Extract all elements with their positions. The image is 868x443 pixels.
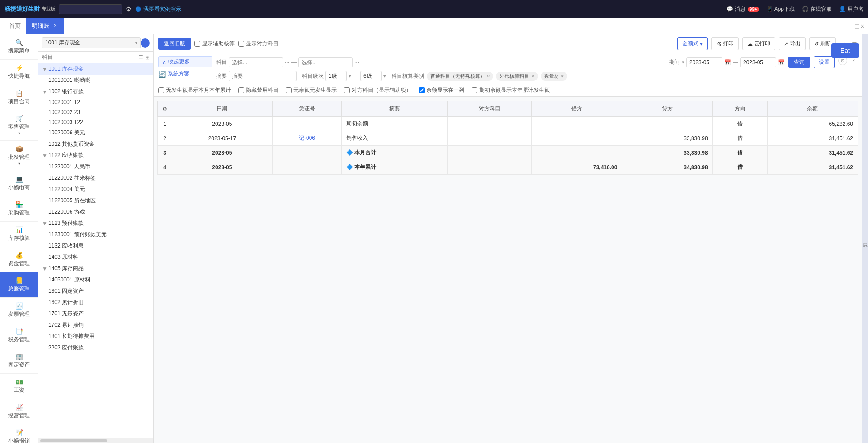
tree-hscroll[interactable]: [40, 439, 107, 442]
tree-item-10020001[interactable]: 10020001 12: [38, 97, 153, 107]
tree-item-1132[interactable]: 1132 应收利息: [38, 240, 153, 252]
sidebar-item-tax[interactable]: 📑 税务管理: [0, 323, 38, 348]
print-btn[interactable]: 🖨 打印: [711, 37, 739, 50]
message-btn[interactable]: 💬 消息 99+: [726, 5, 759, 13]
sidebar-item-salary[interactable]: 💵 工资: [0, 374, 38, 399]
tree-item-11230001[interactable]: 11230001 预付账款美元: [38, 229, 153, 240]
indent: [42, 130, 47, 136]
account-selector[interactable]: 1001 库存现金 ▾: [42, 37, 141, 48]
tab-close-icon[interactable]: ×: [52, 23, 58, 29]
cb-show-opposite[interactable]: 对方科目（显示辅助项）: [344, 86, 411, 94]
subject-input-start[interactable]: [229, 57, 283, 67]
tree-item-10010001[interactable]: 10010001 哟哟哟: [38, 75, 153, 86]
account-navigate-btn[interactable]: →: [141, 38, 150, 48]
window-close-icon[interactable]: ×: [861, 23, 864, 30]
query-btn[interactable]: 查询: [788, 57, 810, 68]
demo-link[interactable]: 🔵 我要看实例演示: [135, 5, 181, 13]
project-icon: 📋: [2, 90, 36, 97]
window-minimize-icon[interactable]: —: [847, 23, 853, 30]
tree-item-1012[interactable]: 1012 其他货币资金: [38, 138, 153, 150]
sidebar-item-assets[interactable]: 🏢 固定资产: [0, 348, 38, 374]
tree-item-1403[interactable]: 1403 原材料: [38, 252, 153, 263]
eat-floating-btn[interactable]: Eat: [831, 43, 859, 58]
voucher-link[interactable]: 记-006: [299, 135, 315, 141]
show-auxiliary-checkbox[interactable]: 显示辅助核算: [194, 40, 235, 48]
period-end-input[interactable]: [740, 57, 776, 67]
row-debit: 73,416.00: [532, 160, 622, 175]
format-btn[interactable]: 金额式 ▾: [677, 37, 708, 50]
tree-collapse-icon[interactable]: ⊞: [145, 54, 150, 61]
sidebar-item-invoice[interactable]: 🧾 发票管理: [0, 298, 38, 323]
cb-hide-disabled[interactable]: 隐藏禁用科目: [238, 86, 278, 94]
level-dash: —: [353, 73, 359, 79]
sidebar-item-report[interactable]: 📝 小畅报销: [0, 424, 38, 443]
tree-item-11220006[interactable]: 11220006 游戏: [38, 206, 153, 218]
cb-no-occurrence[interactable]: 无发生额显示本月本年累计: [158, 86, 231, 94]
sidebar-item-purchase[interactable]: 🏪 采购管理: [0, 196, 38, 222]
sidebar-item-search[interactable]: 🔍 搜索菜单: [0, 34, 38, 60]
tree-item-1405[interactable]: ▼ 1405 库存商品: [38, 263, 153, 274]
type-tag-foreign-remove[interactable]: ×: [531, 73, 534, 79]
app-download-btn[interactable]: 📱 App下载: [766, 5, 795, 13]
sidebar-item-inventory[interactable]: 📊 库存核算: [0, 222, 38, 247]
tree-item-1702[interactable]: 1702 累计摊销: [38, 319, 153, 331]
tree-item-1801[interactable]: 1801 长期待摊费用: [38, 331, 153, 342]
tree-list-icon[interactable]: ☰: [138, 54, 143, 61]
sidebar-item-accounting[interactable]: 📒 总账管理: [0, 272, 38, 298]
period-label: 期间: [669, 58, 680, 66]
sidebar-item-retail[interactable]: 🛒 零售管理 ▾: [0, 110, 38, 141]
summary-input[interactable]: [229, 71, 297, 81]
tree-item-1701[interactable]: 1701 无形资产: [38, 308, 153, 319]
table-area: ⚙ 日期 凭证号 摘要 对方科目 借方 贷方 方向 余额: [154, 97, 862, 443]
sidebar-item-wholesale[interactable]: 📦 批发管理 ▾: [0, 141, 38, 171]
tree-item-1001[interactable]: ▼ 1001 库存现金: [38, 63, 153, 75]
level-arrow-icon: ▾: [349, 73, 351, 79]
cb-balance-one-col[interactable]: 余额显示在一列: [419, 86, 464, 94]
right-expand-panel[interactable]: 展: [862, 34, 868, 443]
sidebar-item-shortcut[interactable]: ⚡ 快捷导航: [0, 60, 38, 85]
type-tag-quantity-remove[interactable]: ▾: [561, 73, 564, 79]
tree-item-10020003[interactable]: 10020003 122: [38, 117, 153, 127]
export-btn[interactable]: ↗ 导出: [779, 37, 806, 50]
sidebar-item-ecommerce[interactable]: 💻 小畅电商: [0, 171, 38, 196]
show-opposite-checkbox[interactable]: 显示对方科目: [238, 40, 278, 48]
type-tag-normal-remove[interactable]: ×: [487, 73, 490, 79]
period-start-input[interactable]: [686, 57, 722, 67]
sidebar-item-capital[interactable]: 💰 资金管理: [0, 247, 38, 272]
online-service-btn[interactable]: 🎧 在线客服: [802, 5, 832, 13]
tree-item-11220004[interactable]: 11220004 美元: [38, 184, 153, 195]
tree-item-10020002[interactable]: 10020002 23: [38, 107, 153, 117]
tree-item-14050001[interactable]: 14050001 原材料: [38, 274, 153, 286]
sidebar-item-project[interactable]: 📋 项目合同: [0, 85, 38, 110]
tree-item-1601[interactable]: 1601 固定资产: [38, 286, 153, 297]
tab-home[interactable]: 首页: [4, 18, 26, 34]
summary-label: 摘要: [216, 72, 227, 80]
tree-item-2202[interactable]: 2202 应付账款: [38, 342, 153, 353]
tree-item-11220001[interactable]: 11220001 人民币: [38, 161, 153, 172]
indent: [42, 277, 47, 283]
collapse-more-btn[interactable]: ∧ 收起更多: [158, 56, 212, 67]
tree-item-1122[interactable]: ▼ 1122 应收账款: [38, 150, 153, 161]
tree-item-1123[interactable]: ▼ 1123 预付账款: [38, 218, 153, 229]
tree-item-11220002[interactable]: 11220002 往来标签: [38, 172, 153, 184]
col-settings-icon[interactable]: ⚙: [158, 101, 172, 117]
tree-item-11220005[interactable]: 11220005 所在地区: [38, 195, 153, 206]
settings-btn[interactable]: 设置: [814, 56, 835, 68]
tree-item-1602[interactable]: 1602 累计折旧: [38, 297, 153, 308]
tree-item-1002[interactable]: ▼ 1002 银行存款: [38, 86, 153, 97]
level-end-select[interactable]: 6级4级5级: [360, 71, 382, 81]
level-start-select[interactable]: 1级2级3级: [326, 71, 347, 81]
subject-input-end[interactable]: [298, 57, 353, 67]
cb-show-year-acc[interactable]: 期初余额显示本年累计发生额: [472, 86, 550, 94]
top-search-input[interactable]: [59, 4, 122, 14]
tab-detail[interactable]: 明细账 ×: [26, 18, 64, 34]
tree-item-10020006[interactable]: 10020006 美元: [38, 127, 153, 138]
system-scheme-btn[interactable]: 🔄 系统方案: [158, 70, 212, 78]
user-avatar[interactable]: 👤 用户名: [839, 5, 863, 13]
return-old-btn[interactable]: 返回旧版: [158, 38, 191, 50]
cb-no-balance[interactable]: 无余额无发生显示: [286, 86, 337, 94]
cloud-print-btn[interactable]: ☁ 云打印: [742, 37, 775, 50]
window-maximize-icon[interactable]: □: [855, 23, 859, 30]
settings-icon[interactable]: ⚙: [126, 5, 132, 13]
sidebar-item-operations[interactable]: 📈 经营管理: [0, 399, 38, 424]
